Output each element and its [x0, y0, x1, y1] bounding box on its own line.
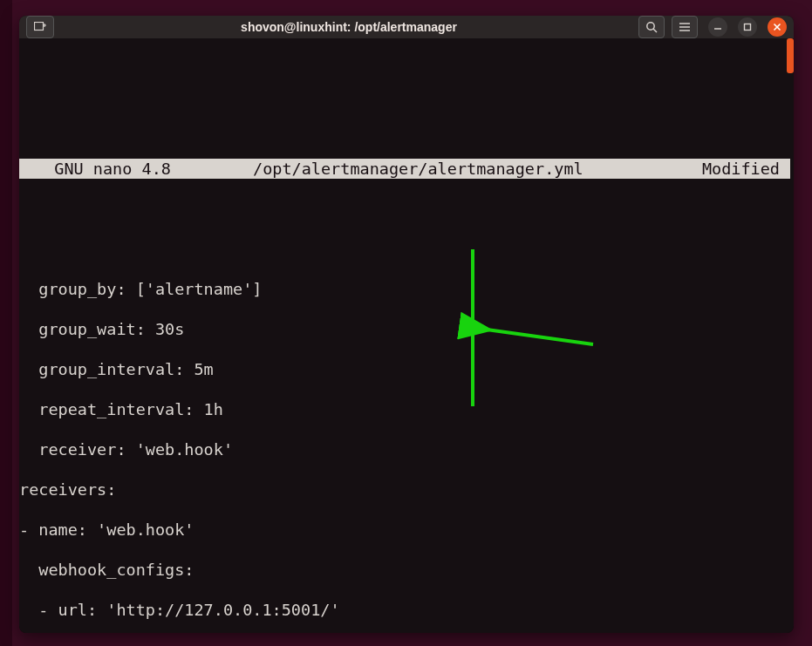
terminal-window: shovon@linuxhint: /opt/alertmanager [19, 16, 794, 633]
minimize-button[interactable] [708, 17, 727, 37]
editor-line: group_interval: 5m [19, 359, 790, 379]
search-icon [645, 21, 658, 33]
nano-header: GNU nano 4.8 /opt/alertmanager/alertmana… [19, 159, 790, 179]
editor-content[interactable]: group_by: ['alertname'] group_wait: 30s … [19, 259, 790, 633]
svg-rect-0 [35, 23, 44, 31]
editor-line: - name: 'web.hook' [19, 520, 790, 540]
terminal-body[interactable]: GNU nano 4.8 /opt/alertmanager/alertmana… [19, 38, 794, 633]
titlebar-right-controls [638, 16, 794, 38]
nano-file-path: /opt/alertmanager/alertmanager.yml [253, 159, 684, 179]
new-tab-button[interactable] [26, 16, 54, 38]
editor-line: webhook_configs: [19, 560, 790, 580]
editor-line: - url: 'http://127.0.0.1:5001/' [19, 600, 790, 620]
scrollbar-thumb[interactable] [787, 38, 794, 73]
editor-line: group_wait: 30s [19, 319, 790, 339]
nano-status: Modified [684, 159, 788, 179]
window-title: shovon@linuxhint: /opt/alertmanager [59, 20, 638, 34]
close-icon [773, 23, 781, 31]
editor-line: receiver: 'web.hook' [19, 439, 790, 459]
menu-button[interactable] [672, 16, 698, 38]
new-tab-icon [34, 22, 46, 32]
maximize-button[interactable] [738, 17, 757, 37]
minimize-icon [713, 23, 722, 31]
titlebar: shovon@linuxhint: /opt/alertmanager [19, 16, 794, 38]
maximize-icon [743, 23, 752, 31]
editor-line: receivers: [19, 479, 790, 500]
nano-app-name: GNU nano 4.8 [21, 159, 253, 179]
svg-point-3 [647, 23, 654, 30]
svg-rect-9 [745, 24, 751, 31]
svg-line-4 [653, 29, 657, 32]
search-button[interactable] [638, 16, 665, 38]
editor-line: group_by: ['alertname'] [19, 279, 790, 299]
close-button[interactable] [768, 17, 787, 37]
hamburger-icon [679, 22, 691, 32]
activity-bar [0, 0, 12, 646]
editor-line: repeat_interval: 1h [19, 399, 790, 419]
